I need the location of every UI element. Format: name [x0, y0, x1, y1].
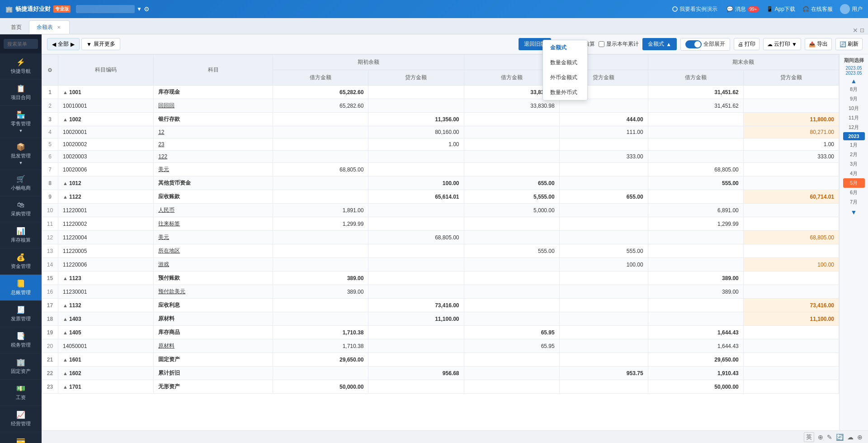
th-settings[interactable]: ⚙	[42, 55, 58, 86]
table-cell-name[interactable]: 人民币	[154, 204, 273, 217]
table-cell-closing-debit: 1,644.43	[648, 326, 743, 339]
sidebar-item-fixed-assets[interactable]: 🏢 固定资产	[0, 353, 42, 380]
period-month-10[interactable]: 10月	[843, 104, 865, 113]
period-month-9[interactable]: 9月	[843, 94, 865, 104]
add-icon[interactable]: ⊕	[857, 433, 863, 441]
btn-cloud-print[interactable]: ☁ 云打印 ▼	[763, 38, 801, 50]
btn-amount-type[interactable]: 金额式 ▲	[642, 38, 677, 50]
window-close-btn[interactable]: ✕	[853, 27, 858, 34]
table-cell-closing-credit	[743, 176, 839, 190]
table-cell-name[interactable]: 美元	[154, 163, 273, 176]
table-cell-opening-debit: 65,282.60	[273, 86, 368, 99]
sidebar-item-ledger[interactable]: 📒 总账管理	[0, 275, 42, 301]
demo-link[interactable]: 我要看实例演示	[672, 5, 717, 13]
btn-print[interactable]: 🖨 打印	[734, 38, 760, 50]
btn-all[interactable]: ◀ 全部 ▶	[47, 38, 80, 50]
table-cell-opening-credit: 956.68	[368, 367, 464, 380]
period-nav-up[interactable]: ▲	[851, 77, 857, 85]
table-cell-name[interactable]: 12	[154, 126, 273, 138]
table-cell-closing-debit	[648, 231, 743, 244]
sidebar-item-inventory[interactable]: 📊 库存核算	[0, 222, 42, 248]
window-maximize-btn[interactable]: ⊡	[860, 27, 864, 33]
dropdown-item-qty-foreign[interactable]: 数量外币式	[543, 85, 587, 100]
table-cell-name[interactable]: 游戏	[154, 258, 273, 272]
lang-icon[interactable]: 英	[804, 432, 814, 442]
sidebar-item-tax[interactable]: 📑 税务管理	[0, 327, 42, 353]
period-month-4[interactable]: 4月	[843, 169, 865, 178]
table-cell-name[interactable]: 122	[154, 151, 273, 163]
btn-refresh[interactable]: 🔄 刷新	[835, 38, 863, 50]
user-action[interactable]: 用户	[840, 4, 863, 14]
window-search-input[interactable]	[76, 5, 135, 13]
window-dropdown-icon[interactable]: ▼	[137, 6, 142, 12]
online-service-action[interactable]: 🎧 在线客服	[802, 5, 833, 13]
invoice-icon: 🧾	[16, 305, 25, 314]
dropdown-item-amount[interactable]: 金额式	[543, 40, 587, 55]
tab-balance[interactable]: 余额表 ✕	[29, 20, 70, 34]
sidebar-item-purchase[interactable]: 🛍 采购管理	[0, 196, 42, 222]
period-month-11[interactable]: 11月	[843, 113, 865, 123]
period-month-5[interactable]: 5月	[843, 178, 865, 188]
message-action[interactable]: 💬 消息 99+	[726, 5, 759, 13]
annual-check-group: 显示本年累计	[599, 40, 639, 48]
table-cell-name[interactable]: 原材料	[154, 339, 273, 353]
sidebar-item-quick-nav[interactable]: ⚡ 快捷导航	[0, 53, 42, 80]
table-cell-opening-debit	[273, 312, 368, 326]
table-cell-opening-debit	[273, 367, 368, 380]
table-cell-name[interactable]: 预付款美元	[154, 285, 273, 299]
period-month-1[interactable]: 1月	[843, 140, 865, 150]
cloud-sync-icon[interactable]: ☁	[847, 433, 854, 441]
sidebar-search-input[interactable]	[4, 39, 38, 49]
tab-balance-label: 余额表	[37, 24, 53, 31]
table-cell-name[interactable]: 所在地区	[154, 244, 273, 258]
table-cell-opening-credit	[368, 380, 464, 394]
period-month-3[interactable]: 3月	[843, 159, 865, 169]
dropdown-item-foreign-amount[interactable]: 外币金额式	[543, 70, 587, 85]
sidebar: ⚡ 快捷导航 📋 项目合同 🏪 零售管理 ▼ 📦 批发管理 ▼ 🛒 小畅电商 🛍…	[0, 34, 42, 443]
translate-icon[interactable]: ⊕	[818, 433, 823, 441]
toggle-switch[interactable]	[685, 40, 702, 48]
table-cell-name[interactable]: 往来标签	[154, 217, 273, 231]
table-cell-closing-debit	[648, 151, 743, 163]
period-nav-down[interactable]: ▼	[851, 209, 857, 216]
sidebar-item-wholesale[interactable]: 📦 批发管理 ▼	[0, 138, 42, 170]
sidebar-item-project[interactable]: 📋 项目合同	[0, 80, 42, 106]
sidebar-item-retail[interactable]: 🏪 零售管理 ▼	[0, 106, 42, 138]
sidebar-item-ecommerce[interactable]: 🛒 小畅电商	[0, 170, 42, 196]
th-closing-debit: 借方金额	[648, 70, 743, 86]
ledger-label: 总账管理	[11, 289, 31, 296]
table-cell-opening-debit	[273, 258, 368, 272]
dropdown-item-qty-amount[interactable]: 数量金额式	[543, 55, 587, 70]
period-month-2[interactable]: 2月	[843, 150, 865, 159]
tab-balance-close[interactable]: ✕	[56, 24, 62, 30]
app-download-action[interactable]: 📱 App下载	[766, 5, 795, 13]
sidebar-item-invoice[interactable]: 🧾 发票管理	[0, 301, 42, 327]
sync-icon[interactable]: 🔄	[836, 433, 844, 441]
table-cell-opening-credit	[368, 285, 464, 299]
table-wrapper[interactable]: ⚙ 科目编码 科目 期初余额 本期发生额 期末余额 借方金额 贷方金额 借方金额…	[42, 54, 839, 430]
edit-icon[interactable]: ✎	[827, 433, 832, 441]
settings-icon[interactable]: ⚙	[144, 5, 150, 13]
table-cell-name[interactable]: 23	[154, 138, 273, 151]
table-cell-closing-credit	[743, 99, 839, 113]
table-cell-name[interactable]: 回回回	[154, 99, 273, 113]
period-month-8[interactable]: 8月	[843, 85, 865, 94]
sidebar-item-expense[interactable]: 💳 小畅报销	[0, 432, 42, 443]
table-cell-closing-debit: 50,000.00	[648, 380, 743, 394]
table-cell-opening-credit	[368, 326, 464, 339]
table-cell-period-debit: 65.95	[464, 339, 559, 353]
period-month-12[interactable]: 12月	[843, 123, 865, 132]
toggle-all-expand[interactable]: 全部展开	[680, 38, 730, 51]
sidebar-item-salary[interactable]: 💵 工资	[0, 380, 42, 406]
table-cell-period-credit: 555.00	[559, 244, 648, 258]
btn-export[interactable]: 📤 导出	[805, 38, 832, 50]
sidebar-item-ops[interactable]: 📈 经营管理	[0, 406, 42, 432]
annual-check-input[interactable]	[599, 41, 604, 47]
period-month-7[interactable]: 7月	[843, 197, 865, 207]
table-cell-name[interactable]: 美元	[154, 231, 273, 244]
period-month-6[interactable]: 6月	[843, 188, 865, 197]
btn-expand[interactable]: ▼ 展开更多	[81, 38, 120, 50]
tab-home[interactable]: 首页	[4, 20, 29, 34]
sidebar-item-funds[interactable]: 💰 资金管理	[0, 248, 42, 275]
salary-label: 工资	[16, 394, 26, 401]
